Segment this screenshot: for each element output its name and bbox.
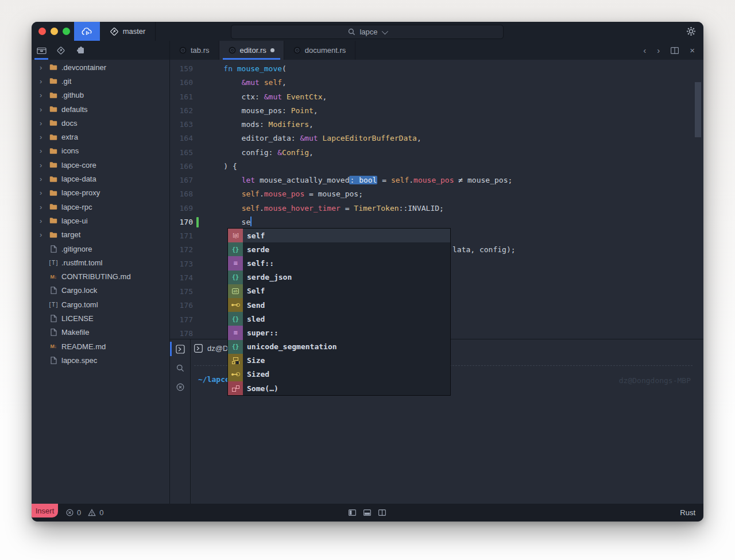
panel-bottom-icon[interactable] <box>363 509 371 516</box>
tree-item-lapce-data[interactable]: ›lapce-data <box>32 172 169 186</box>
workspace-search-box[interactable]: lapce <box>231 25 504 39</box>
gutter <box>193 104 206 118</box>
tree-item-Makefile[interactable]: Makefile <box>32 326 169 339</box>
activity-bar <box>32 41 169 60</box>
line-number: 163 <box>170 118 193 132</box>
tree-item-label: lapce-rpc <box>61 203 92 211</box>
chevron-right-icon: › <box>40 175 45 183</box>
activity-item-source-control[interactable] <box>51 41 71 60</box>
tree-item-.gitignore[interactable]: .gitignore <box>32 242 169 256</box>
line-number: 159 <box>170 62 193 76</box>
completion-item-serde_json[interactable]: {}serde_json <box>228 271 450 284</box>
tree-item-defaults[interactable]: ›defaults <box>32 102 169 116</box>
completion-item-unicode_segmentation[interactable]: {}unicode_segmentation <box>228 340 450 354</box>
completion-item-Send[interactable]: Send <box>228 298 450 312</box>
tab-label: tab.rs <box>191 46 210 55</box>
snippet-icon: ≡ <box>228 326 243 339</box>
panel-terminal-button[interactable] <box>170 339 190 358</box>
tree-item-lapce-proxy[interactable]: ›lapce-proxy <box>32 186 169 200</box>
tree-item-.github[interactable]: ›.github <box>32 88 169 102</box>
gutter <box>193 76 206 90</box>
split-editor-icon[interactable] <box>671 47 679 54</box>
tree-item-LICENSE[interactable]: LICENSE <box>32 311 169 325</box>
completion-item-Self[interactable]: abSelf <box>228 284 450 298</box>
completion-item-Size[interactable]: Size <box>228 354 450 368</box>
activity-item-explorer[interactable] <box>32 41 51 60</box>
lapce-window: master lapce <box>32 22 703 522</box>
tree-item-target[interactable]: ›target <box>32 228 169 242</box>
completion-item-self::[interactable]: ≡self:: <box>228 256 450 270</box>
tree-item-label: LICENSE <box>61 314 94 323</box>
completion-item-sled[interactable]: {}sled <box>228 312 450 326</box>
folder-icon <box>49 119 58 126</box>
code-line-162: 162 mouse_pos: Point, <box>170 104 703 118</box>
folder-icon <box>49 106 58 113</box>
minimize-window-button[interactable] <box>51 28 58 35</box>
tree-item-lapce-ui[interactable]: ›lapce-ui <box>32 214 169 227</box>
branch-diamond-icon <box>110 27 119 36</box>
chevron-right-icon: › <box>40 119 45 128</box>
line-number: 164 <box>170 132 193 145</box>
folder-icon <box>49 134 58 141</box>
tree-item-lapce.spec[interactable]: lapce.spec <box>32 353 169 367</box>
panel-right-icon[interactable] <box>378 509 386 516</box>
tree-item-.rustfmt.toml[interactable]: [T].rustfmt.toml <box>32 256 169 269</box>
tree-item-label: README.md <box>61 342 106 351</box>
panel-search-button[interactable] <box>170 358 190 377</box>
tree-item-Cargo.lock[interactable]: Cargo.lock <box>32 284 169 298</box>
tree-item-lapce-rpc[interactable]: ›lapce-rpc <box>32 200 169 214</box>
settings-button[interactable] <box>686 26 696 36</box>
tab-label: editor.rs <box>240 46 266 55</box>
completion-label: Size <box>243 356 265 365</box>
gutter <box>193 202 206 215</box>
completion-item-super::[interactable]: ≡super:: <box>228 326 450 339</box>
editor-scrollbar-thumb[interactable] <box>695 82 701 137</box>
tree-item-lapce-core[interactable]: ›lapce-core <box>32 158 169 172</box>
trait-icon <box>228 298 243 312</box>
tab-document.rs[interactable]: document.rs <box>284 41 356 60</box>
terminal-icon <box>176 345 185 354</box>
line-number: 165 <box>170 146 193 160</box>
tabs: tab.rseditor.rsdocument.rs <box>170 41 355 60</box>
folder-icon <box>49 64 58 71</box>
code-text: ) { <box>206 160 237 173</box>
nav-back-icon[interactable]: ‹ <box>643 46 646 55</box>
chevron-right-icon: › <box>40 188 45 197</box>
gutter <box>193 90 206 104</box>
folder-icon <box>49 176 58 183</box>
close-icon[interactable]: × <box>690 46 695 55</box>
completion-item-Some(…)[interactable]: Some(…) <box>228 381 450 395</box>
code-line-161: 161 ctx: &mut EventCtx, <box>170 90 703 104</box>
maximize-window-button[interactable] <box>63 28 70 35</box>
activity-item-plugins[interactable] <box>71 41 90 60</box>
tab-tab.rs[interactable]: tab.rs <box>170 41 219 60</box>
folder-icon <box>49 148 58 155</box>
line-number: 174 <box>170 271 193 285</box>
completion-item-Sized[interactable]: Sized <box>228 368 450 381</box>
tree-item-docs[interactable]: ›docs <box>32 116 169 130</box>
remote-connect-button[interactable] <box>74 22 100 41</box>
tree-item-.git[interactable]: ›.git <box>32 74 169 88</box>
close-window-button[interactable] <box>38 28 46 35</box>
tree-item-icons[interactable]: ›icons <box>32 144 169 158</box>
tree-item-README.md[interactable]: M↓README.md <box>32 339 169 353</box>
completion-item-serde[interactable]: {}serde <box>228 242 450 256</box>
branch-selector[interactable]: master <box>100 22 156 41</box>
chevron-right-icon: › <box>40 203 45 211</box>
mode-badge[interactable]: Insert <box>32 504 58 517</box>
panel-left-icon[interactable] <box>349 509 356 516</box>
snippet-icon: ≡ <box>228 256 243 270</box>
panel-problems-button[interactable] <box>170 377 190 396</box>
chevron-right-icon: › <box>40 161 45 169</box>
tree-item-Cargo.toml[interactable]: [T]Cargo.toml <box>32 298 169 311</box>
search-icon <box>176 364 184 372</box>
tab-editor.rs[interactable]: editor.rs <box>219 41 284 60</box>
nav-forward-icon[interactable]: › <box>657 46 660 55</box>
tree-item-.devcontainer[interactable]: ›.devcontainer <box>32 60 169 74</box>
language-indicator[interactable]: Rust <box>680 504 695 522</box>
completion-item-self[interactable]: [@]self <box>228 229 450 242</box>
tree-item-CONTRIBUTING.md[interactable]: M↓CONTRIBUTING.md <box>32 269 169 283</box>
diagnostics[interactable]: 0 0 <box>66 504 103 522</box>
tree-item-label: icons <box>61 146 79 155</box>
tree-item-extra[interactable]: ›extra <box>32 130 169 144</box>
